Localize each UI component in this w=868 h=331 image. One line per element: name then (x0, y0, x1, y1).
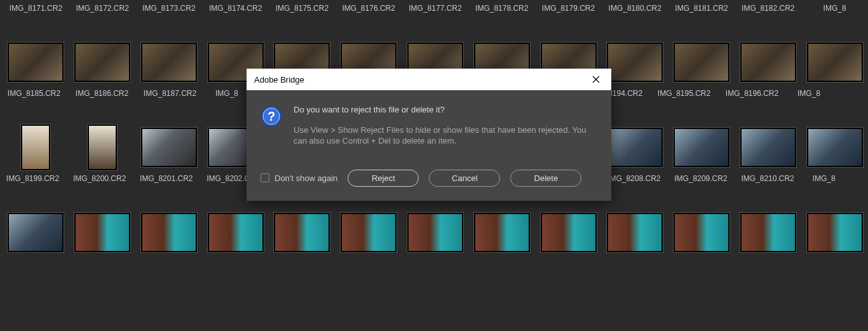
thumbnail[interactable] (735, 210, 801, 255)
file-label[interactable]: IMG_8181.CR2 (668, 4, 735, 15)
thumbnail[interactable] (269, 210, 336, 255)
file-label[interactable]: IMG_8176.CR2 (336, 4, 402, 15)
thumbnail[interactable] (668, 210, 735, 255)
question-icon: ? (261, 105, 282, 127)
file-label[interactable]: IMG_8177.CR2 (402, 4, 469, 15)
file-label[interactable]: IMG_8 (801, 4, 868, 15)
thumbnail[interactable] (402, 210, 469, 255)
thumbnail[interactable] (801, 39, 868, 85)
thumbnail[interactable] (468, 210, 535, 255)
file-label[interactable]: IMG_8209.CR2 (667, 174, 734, 186)
thumbnail[interactable] (3, 210, 69, 255)
file-label[interactable]: IMG_8195.CR2 (650, 89, 718, 100)
thumbnail[interactable] (136, 210, 203, 255)
thumbnail[interactable] (69, 210, 136, 255)
cancel-button[interactable]: Cancel (429, 170, 500, 187)
thumbnail[interactable] (3, 39, 69, 85)
dont-show-again[interactable]: Don't show again (261, 173, 337, 183)
file-label[interactable]: IMG_8185.CR2 (0, 89, 68, 100)
file-label[interactable]: IMG_8187.CR2 (136, 89, 204, 100)
thumbnail[interactable] (69, 125, 136, 170)
file-label[interactable]: IMG_8210.CR2 (735, 174, 801, 186)
file-label[interactable]: IMG_8171.CR2 (3, 4, 69, 15)
file-label[interactable]: IMG_8174.CR2 (202, 4, 269, 15)
thumbnail[interactable] (668, 125, 735, 170)
dialog-body: ? Do you want to reject this file or del… (247, 90, 611, 161)
checkbox-icon[interactable] (261, 173, 269, 182)
thumbnail-row-labels: IMG_8171.CR2 IMG_8172.CR2 IMG_8173.CR2 I… (0, 0, 868, 15)
file-label[interactable]: IMG_8200.CR2 (66, 174, 133, 186)
file-label[interactable]: IMG_8178.CR2 (468, 4, 535, 15)
thumbnail[interactable] (801, 125, 868, 170)
dialog-question: Do you want to reject this file or delet… (294, 104, 597, 116)
dont-show-label: Don't show again (275, 173, 337, 183)
dialog-hint: Use View > Show Reject Files to hide or … (294, 125, 597, 147)
thumbnail[interactable] (535, 210, 602, 255)
thumbnail[interactable] (136, 125, 203, 170)
file-label[interactable]: IMG_8196.CR2 (718, 89, 786, 100)
file-label[interactable]: IMG_8180.CR2 (602, 4, 668, 15)
file-label[interactable]: IMG_8199.CR2 (0, 174, 66, 186)
reject-button[interactable]: Reject (348, 170, 419, 187)
dialog-footer: Don't show again Reject Cancel Delete (247, 161, 611, 201)
delete-button[interactable]: Delete (510, 170, 581, 187)
dialog-title: Adobe Bridge (254, 75, 588, 84)
file-label[interactable]: IMG_8172.CR2 (69, 4, 136, 15)
thumbnail[interactable] (602, 125, 668, 170)
thumbnail[interactable] (136, 39, 203, 85)
thumbnail[interactable] (3, 125, 69, 170)
thumbnail[interactable] (202, 210, 269, 255)
thumbnail[interactable] (602, 210, 668, 255)
confirm-dialog: Adobe Bridge ? Do you want to reject thi… (247, 69, 611, 201)
thumbnail[interactable] (69, 39, 136, 85)
thumbnail[interactable] (602, 39, 668, 85)
svg-text:?: ? (268, 109, 275, 123)
thumbnail[interactable] (735, 125, 801, 170)
close-icon (592, 76, 600, 83)
file-label[interactable]: IMG_8175.CR2 (269, 4, 336, 15)
thumbnail[interactable] (336, 210, 402, 255)
close-button[interactable] (588, 72, 604, 87)
file-label[interactable]: IMG_8179.CR2 (535, 4, 602, 15)
file-label[interactable]: IMG_8 (801, 174, 868, 186)
file-label[interactable]: IMG_8 (786, 89, 854, 100)
file-label[interactable]: IMG_8173.CR2 (136, 4, 203, 15)
thumbnail[interactable] (668, 39, 735, 85)
thumbnail[interactable] (801, 210, 868, 255)
dialog-titlebar[interactable]: Adobe Bridge (247, 69, 611, 90)
thumbnail[interactable] (735, 39, 801, 85)
file-label[interactable]: IMG_8201.CR2 (133, 174, 200, 186)
file-label[interactable]: IMG_8186.CR2 (68, 89, 136, 100)
file-label[interactable]: IMG_8182.CR2 (735, 4, 801, 15)
